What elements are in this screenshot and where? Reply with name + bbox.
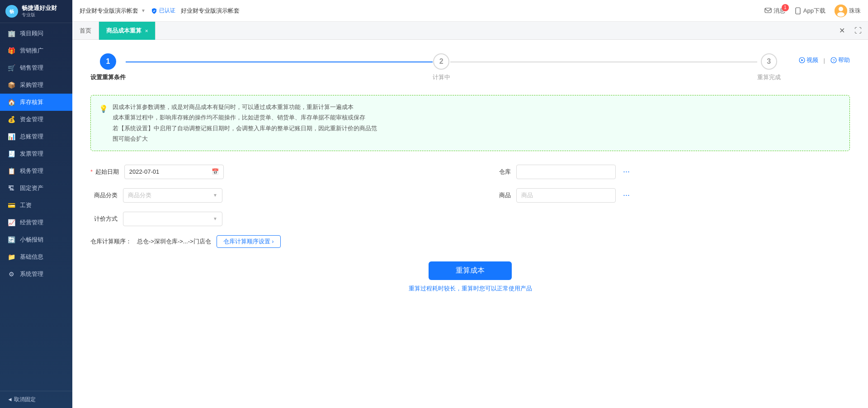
start-date-value: 2022-07-01 bbox=[129, 168, 160, 175]
step-3-circle: 3 bbox=[761, 53, 777, 70]
user-profile[interactable]: 珠珠 bbox=[835, 5, 861, 17]
sidebar: 畅 畅捷通好业财 专业版 🏢 项目顾问 🎁 营销推广 🛒 销售管理 📦 采购管理… bbox=[0, 0, 72, 408]
start-date-row: * 起始日期 2022-07-01 📅 bbox=[90, 165, 457, 179]
sidebar-item-label: 发票管理 bbox=[20, 150, 43, 158]
sidebar-item-label: 系统管理 bbox=[20, 270, 43, 278]
sidebar-item-payroll[interactable]: 💳 工资 bbox=[0, 197, 72, 214]
chevron-down-icon: ▼ bbox=[213, 193, 217, 198]
expense-icon: 🔄 bbox=[7, 236, 15, 244]
message-button[interactable]: 消息 1 bbox=[764, 7, 785, 15]
required-star: * bbox=[90, 168, 93, 175]
sidebar-item-purchase[interactable]: 📦 采购管理 bbox=[0, 76, 72, 94]
sidebar-unpin[interactable]: ◄ 取消固定 bbox=[0, 391, 72, 408]
help-button[interactable]: ? 帮助 bbox=[830, 56, 850, 64]
sidebar-item-basic[interactable]: 📁 基础信息 bbox=[0, 248, 72, 266]
warehouse-order-value: 总仓->深圳仓库->...->门店仓 bbox=[137, 237, 211, 246]
tabbar: 首页 商品成本重算 × ✕ ⛶ bbox=[72, 22, 868, 40]
info-line-1: 因成本计算参数调整，或是对商品成本有疑问时，可以通过成本重算功能，重新计算一遍成… bbox=[113, 102, 377, 112]
info-line-4: 围可能会扩大 bbox=[113, 133, 377, 144]
step-3-label: 重算完成 bbox=[757, 73, 781, 81]
close-window-button[interactable]: ✕ bbox=[835, 24, 848, 37]
sidebar-item-label: 税务管理 bbox=[20, 167, 43, 175]
step-1-label: 设置重算条件 bbox=[90, 73, 126, 81]
steps-container: 1 设置重算条件 2 计算中 3 bbox=[90, 53, 850, 81]
warehouse-more-icon[interactable]: ··· bbox=[621, 167, 630, 176]
warehouse-order-row: 仓库计算顺序： 总仓->深圳仓库->...->门店仓 仓库计算顺序设置 › bbox=[90, 235, 850, 248]
user-name: 珠珠 bbox=[849, 7, 861, 15]
tab-home[interactable]: 首页 bbox=[72, 22, 99, 40]
sidebar-item-accounting[interactable]: 📊 总账管理 bbox=[0, 128, 72, 145]
tab-close-icon[interactable]: × bbox=[145, 28, 148, 33]
warehouse-row: 仓库 ··· bbox=[484, 165, 850, 179]
purchase-icon: 📦 bbox=[7, 81, 15, 89]
steps: 1 设置重算条件 2 计算中 3 bbox=[90, 53, 781, 81]
sidebar-item-label: 经营管理 bbox=[20, 218, 43, 227]
pricing-row: 计价方式 ▼ bbox=[90, 212, 457, 226]
info-line-2: 成本重算过程中，影响库存账的操作均不能操作，比如进货单、销货单、库存单据不能审核… bbox=[113, 112, 377, 123]
warehouse-input[interactable] bbox=[516, 165, 616, 179]
account-name: 好业财专业版演示帐套 bbox=[80, 7, 138, 15]
verified-badge: 已认证 bbox=[151, 7, 175, 14]
account-selector[interactable]: 好业财专业版演示帐套 ▼ bbox=[80, 7, 146, 15]
app-logo: 畅 bbox=[5, 5, 18, 18]
recalc-section: 重算成本 重算过程耗时较长，重算时您可以正常使用产品 bbox=[90, 261, 850, 293]
sidebar-item-project[interactable]: 🏢 项目顾问 bbox=[0, 25, 72, 42]
tab-home-label: 首页 bbox=[80, 27, 91, 35]
expand-window-button[interactable]: ⛶ bbox=[852, 24, 864, 37]
tabbar-controls: ✕ ⛶ bbox=[835, 24, 868, 37]
inventory-icon: 🏠 bbox=[7, 98, 15, 106]
verified-text: 已认证 bbox=[159, 7, 175, 14]
sidebar-item-finance[interactable]: 💰 资金管理 bbox=[0, 111, 72, 128]
start-date-label: * 起始日期 bbox=[90, 168, 119, 176]
warehouse-order-label: 仓库计算顺序： bbox=[90, 237, 132, 246]
tax-icon: 📋 bbox=[7, 167, 15, 175]
steps-helper: 视频 | ? 帮助 bbox=[799, 53, 850, 64]
sidebar-item-sales[interactable]: 🛒 销售管理 bbox=[0, 59, 72, 76]
verified-account-name: 好业财专业版演示帐套 bbox=[181, 7, 240, 15]
start-date-input[interactable]: 2022-07-01 📅 bbox=[124, 165, 224, 179]
sidebar-item-label: 基础信息 bbox=[20, 253, 43, 261]
app-download-button[interactable]: App下载 bbox=[794, 7, 826, 15]
svg-text:?: ? bbox=[832, 58, 835, 63]
sidebar-item-marketing[interactable]: 🎁 营销推广 bbox=[0, 42, 72, 59]
help-icon: ? bbox=[830, 57, 837, 63]
product-more-icon[interactable]: ··· bbox=[621, 190, 630, 200]
shield-icon bbox=[151, 8, 157, 14]
sidebar-item-label: 项目顾问 bbox=[20, 29, 43, 38]
category-label: 商品分类 bbox=[90, 191, 118, 199]
warehouse-order-settings-button[interactable]: 仓库计算顺序设置 › bbox=[217, 235, 281, 248]
sidebar-item-invoice[interactable]: 🧾 发票管理 bbox=[0, 145, 72, 162]
sidebar-item-operations[interactable]: 📈 经营管理 bbox=[0, 214, 72, 231]
recalc-button[interactable]: 重算成本 bbox=[429, 261, 512, 280]
step-2-label: 计算中 bbox=[433, 73, 450, 81]
sidebar-nav: 🏢 项目顾问 🎁 营销推广 🛒 销售管理 📦 采购管理 🏠 库存核算 💰 资金管… bbox=[0, 23, 72, 391]
accounting-icon: 📊 bbox=[7, 133, 15, 141]
product-label: 商品 bbox=[484, 191, 511, 199]
message-badge: 1 bbox=[782, 4, 789, 11]
sidebar-item-label: 总账管理 bbox=[20, 133, 43, 141]
main-area: 好业财专业版演示帐套 ▼ 已认证 好业财专业版演示帐套 消息 1 App下载 珠… bbox=[72, 0, 868, 408]
sidebar-item-tax[interactable]: 📋 税务管理 bbox=[0, 162, 72, 180]
form-grid: * 起始日期 2022-07-01 📅 仓库 ··· 商品分类 bbox=[90, 165, 850, 226]
sidebar-item-assets[interactable]: 🏗 固定资产 bbox=[0, 180, 72, 197]
sidebar-item-inventory[interactable]: 🏠 库存核算 bbox=[0, 94, 72, 111]
svg-marker-9 bbox=[801, 59, 803, 62]
assets-icon: 🏗 bbox=[7, 184, 15, 192]
sidebar-item-label: 固定资产 bbox=[20, 184, 43, 192]
message-icon bbox=[764, 7, 772, 14]
category-select[interactable]: 商品分类 ▼ bbox=[123, 188, 222, 203]
page-content: 1 设置重算条件 2 计算中 3 bbox=[72, 40, 868, 408]
sidebar-item-label: 小畅报销 bbox=[20, 236, 43, 244]
step-3: 3 重算完成 bbox=[757, 53, 781, 81]
sidebar-item-expense[interactable]: 🔄 小畅报销 bbox=[0, 231, 72, 248]
video-button[interactable]: 视频 bbox=[799, 56, 818, 64]
product-input[interactable]: 商品 bbox=[516, 188, 616, 203]
step-1-circle: 1 bbox=[100, 53, 116, 70]
unpin-label: ◄ 取消固定 bbox=[7, 396, 36, 403]
pricing-select[interactable]: ▼ bbox=[123, 212, 222, 226]
operations-icon: 📈 bbox=[7, 218, 15, 227]
sidebar-item-system[interactable]: ⚙ 系统管理 bbox=[0, 266, 72, 283]
chevron-down-icon: ▼ bbox=[213, 216, 217, 221]
tab-recalc[interactable]: 商品成本重算 × bbox=[99, 22, 156, 40]
app-title: 畅捷通好业财 bbox=[22, 5, 57, 12]
